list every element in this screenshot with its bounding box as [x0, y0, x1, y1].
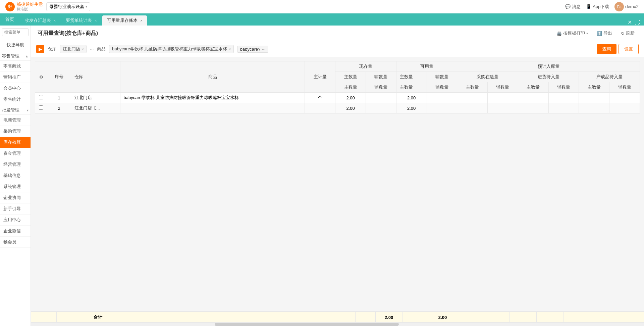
- data-table: ⚙ 序号 仓库 商品 主计量 现存量 可用量 预计入库量 主数量 辅数量 主数量: [35, 61, 640, 113]
- group-current-header: 现存量: [335, 61, 396, 72]
- cell-checkbox[interactable]: [35, 103, 47, 113]
- sub-purchase-header: 采购在途量: [457, 72, 518, 82]
- chevron-up-icon: ▲: [25, 54, 29, 58]
- cell-prod-aux: [609, 103, 640, 113]
- content-area: 可用量查询(按仓库+商品) 🖨️ 按模板打印 ▾ ⬆️ 导出 ↻ 刷新 ▶: [31, 26, 644, 326]
- product-tag1-close[interactable]: ×: [228, 47, 230, 51]
- col-settings[interactable]: ⚙: [35, 61, 47, 93]
- export-btn[interactable]: ⬆️ 导出: [594, 29, 615, 38]
- filter-bar: ▶ 仓库 江北门店 × ··· 商品 babycare学饮杯 儿童防摔防撞吸管杯…: [31, 41, 644, 57]
- edition-badge: 标准版: [17, 7, 43, 11]
- cell-inc-main: [518, 93, 548, 103]
- tab-close-available-stock[interactable]: ×: [140, 18, 142, 22]
- cell-cur-main: 2.00: [335, 93, 366, 103]
- cell-cur-aux: [366, 103, 396, 113]
- table-row: 1 江北门店 babycare学饮杯 儿童防摔防撞吸管杯重力球吸嘴杯宝宝水杯 个…: [35, 93, 640, 103]
- pur-aux-header: 辅数量: [488, 82, 518, 93]
- print-btn[interactable]: 🖨️ 按模板打印 ▾: [554, 29, 591, 38]
- top-bar-left: 好 畅捷通好生意 标准版 母婴行业演示账套 ▾: [5, 2, 90, 11]
- filter-toggle-btn[interactable]: ▶: [36, 45, 44, 53]
- product-tag2-more[interactable]: ···: [262, 47, 266, 52]
- tab-available-stock[interactable]: 可用量库存账本 ×: [102, 15, 147, 26]
- message-icon: 💬: [565, 4, 571, 9]
- sidebar-item-inventory[interactable]: 库存核算: [0, 137, 31, 148]
- user-menu[interactable]: Ea demo2: [614, 2, 639, 11]
- sidebar-item-purchase[interactable]: 采购管理: [0, 126, 31, 137]
- close-all-icon[interactable]: ✕: [628, 19, 632, 26]
- main-layout: 快捷导航 零售管理 ▲ 零售商城 营销推广 会员中心 零售统计 批发管理 ▾ 电…: [0, 26, 644, 326]
- page-actions: 🖨️ 按模板打印 ▾ ⬆️ 导出 ↻ 刷新: [554, 29, 637, 38]
- tab-order-stats[interactable]: 要货单统计表 ×: [61, 15, 101, 26]
- cell-prod-main: [579, 93, 609, 103]
- query-button[interactable]: 查询: [597, 44, 616, 54]
- print-chevron-icon: ▾: [586, 32, 588, 35]
- cell-avail-main: 2.00: [396, 93, 427, 103]
- col-warehouse-header: 仓库: [71, 61, 120, 93]
- sidebar-item-finance[interactable]: 资金管理: [0, 148, 31, 159]
- refresh-btn[interactable]: ↻ 刷新: [618, 29, 637, 38]
- chevron-down-icon: ▾: [86, 5, 87, 8]
- cell-checkbox[interactable]: [35, 93, 47, 103]
- sidebar: 快捷导航 零售管理 ▲ 零售商城 营销推广 会员中心 零售统计 批发管理 ▾ 电…: [0, 26, 31, 326]
- cell-product: [120, 103, 305, 113]
- cell-pur-main: [457, 93, 488, 103]
- setting-button[interactable]: 设置: [619, 44, 639, 54]
- avail-main-header: 主数量: [396, 72, 427, 82]
- sidebar-item-operations[interactable]: 经营管理: [0, 159, 31, 170]
- bottom-scrollbar[interactable]: [31, 323, 644, 326]
- cell-prod-main: [579, 103, 609, 113]
- sidebar-section-retail[interactable]: 零售管理 ▲: [0, 51, 31, 61]
- table-row: 2 江北门店【... 2.00 2.00: [35, 103, 640, 113]
- tenant-selector[interactable]: 母婴行业演示账套 ▾: [46, 2, 90, 11]
- app-download-btn[interactable]: 📱 App下载: [586, 4, 609, 10]
- cur-aux-header: 辅数量: [366, 72, 396, 82]
- sidebar-item-app-center[interactable]: 应用中心: [0, 215, 31, 226]
- table-container[interactable]: ⚙ 序号 仓库 商品 主计量 现存量 可用量 预计入库量 主数量 辅数量 主数量: [31, 57, 644, 311]
- logo-text: 畅捷通好生意 标准版: [17, 2, 43, 11]
- warehouse-filter-tag[interactable]: 江北门店 ×: [60, 45, 87, 53]
- print-icon: 🖨️: [556, 31, 562, 36]
- sidebar-item-retail-mall[interactable]: 零售商城: [0, 61, 31, 72]
- avatar: Ea: [614, 2, 624, 11]
- tab-recv-send[interactable]: 收发存汇总表 ×: [20, 15, 60, 26]
- sidebar-item-marketing[interactable]: 营销推广: [0, 72, 31, 83]
- sidebar-item-system[interactable]: 系统管理: [0, 181, 31, 192]
- footer-table: 合计 2.00 2.00: [31, 312, 644, 323]
- sidebar-item-newbie[interactable]: 新手引导: [0, 203, 31, 215]
- sidebar-item-ecommerce[interactable]: 电商管理: [0, 115, 31, 126]
- message-btn[interactable]: 💬 消息: [565, 4, 581, 10]
- cur-aux-qty-header: 辅数量: [366, 82, 396, 93]
- cell-pur-aux: [488, 103, 518, 113]
- inc-aux-header: 辅数量: [548, 82, 579, 93]
- sidebar-item-retail-stats[interactable]: 零售统计: [0, 94, 31, 105]
- search-input[interactable]: [2, 28, 29, 36]
- col-product-header: 商品: [120, 61, 305, 93]
- sidebar-item-vip[interactable]: 畅会员: [0, 237, 31, 248]
- warehouse-tag-close[interactable]: ×: [82, 47, 84, 51]
- refresh-icon: ↻: [621, 31, 625, 36]
- footer-avail-main: 2.00: [429, 312, 456, 323]
- product-filter-tag1[interactable]: babycare学饮杯 儿童防摔防撞吸管杯重力球吸嘴杯宝宝水杯 ×: [109, 45, 234, 53]
- sidebar-item-quick-nav[interactable]: 快捷导航: [0, 39, 31, 51]
- sidebar-section-wholesale[interactable]: 批发管理 ▾: [0, 105, 31, 115]
- sidebar-item-member-center[interactable]: 会员中心: [0, 83, 31, 94]
- logo-area: 好 畅捷通好生意 标准版: [5, 2, 43, 11]
- sidebar-search: [0, 26, 31, 39]
- sub-incoming-header: 进货待入量: [518, 72, 579, 82]
- avail-main-qty-header: 主数量: [396, 82, 427, 93]
- product-filter-tag2[interactable]: babycare? ···: [237, 46, 269, 53]
- cell-pur-aux: [488, 93, 518, 103]
- cell-no: 1: [47, 93, 71, 103]
- scroll-thumb: [215, 323, 398, 326]
- chevron-down-icon: ▾: [27, 108, 29, 112]
- tab-home[interactable]: 首页: [0, 13, 19, 26]
- sidebar-item-enterprise[interactable]: 企业协同: [0, 192, 31, 203]
- fullscreen-icon[interactable]: ⛶: [635, 19, 640, 26]
- sidebar-item-enterprise-wechat[interactable]: 企业微信: [0, 226, 31, 237]
- footer-label: 合计: [90, 312, 356, 323]
- sidebar-item-basic-info[interactable]: 基础信息: [0, 170, 31, 181]
- tab-close-recv-send[interactable]: ×: [54, 18, 56, 22]
- warehouse-more-icon[interactable]: ···: [90, 47, 94, 52]
- tab-close-order-stats[interactable]: ×: [95, 18, 97, 22]
- group-incoming-header: 预计入库量: [457, 61, 640, 72]
